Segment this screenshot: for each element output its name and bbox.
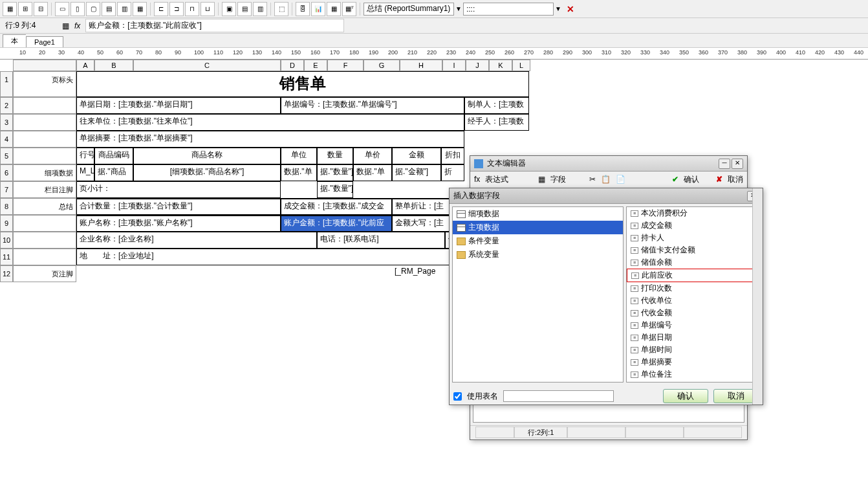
field-item[interactable]: ≡单据摘要 xyxy=(627,356,759,368)
row-5[interactable]: 5 xyxy=(0,148,13,164)
col-L[interactable]: L xyxy=(512,60,530,71)
col-G[interactable]: G xyxy=(363,60,400,71)
tb-btn-4[interactable]: ▭ xyxy=(55,2,69,16)
cell-r6-7[interactable]: 据."金额"] xyxy=(392,164,441,181)
col-C[interactable]: C xyxy=(133,60,281,71)
copy-icon[interactable]: 📋 xyxy=(601,175,611,184)
col-I[interactable]: I xyxy=(442,60,466,71)
field-item[interactable]: ≡储值余额 xyxy=(627,256,759,269)
cell-r6-2[interactable]: 据."商品 xyxy=(94,164,133,181)
tree-item-detail[interactable]: 细项数据 xyxy=(453,207,623,221)
tb-btn-3[interactable]: ⊟ xyxy=(34,2,48,16)
summary-combo[interactable]: 总结 (ReportSummary1) xyxy=(363,3,454,16)
field-item[interactable]: ≡持卡人 xyxy=(627,232,759,244)
title-cell[interactable]: 销售单 xyxy=(76,71,529,97)
cell-r7c2[interactable]: 据."数量"] xyxy=(317,181,353,198)
field-label[interactable]: 字段 xyxy=(550,174,566,185)
tb-btn-8[interactable]: ▥ xyxy=(117,2,131,16)
row-3[interactable]: 3 xyxy=(0,114,13,131)
row-7[interactable]: 7 xyxy=(0,181,13,198)
col-E[interactable]: E xyxy=(304,60,327,71)
cancel-label[interactable]: 取消 xyxy=(728,174,743,185)
tb-btn-14[interactable]: ▣ xyxy=(222,2,236,16)
field-item[interactable]: ≡单据时间 xyxy=(627,344,759,356)
tab-left[interactable]: 本 xyxy=(3,34,26,47)
field-item[interactable]: ≡此前应收 xyxy=(627,269,759,282)
cell-r5-2[interactable]: 商品编码 xyxy=(94,148,133,164)
tb-btn-15[interactable]: ▤ xyxy=(237,2,252,16)
cell-r5-3[interactable]: 商品名称 xyxy=(133,148,281,164)
cell-r2c3[interactable]: 制单人：[主项数 xyxy=(464,97,529,114)
small-combo[interactable]: :::: xyxy=(463,3,554,16)
field-item[interactable]: ≡单位备注 xyxy=(627,368,759,381)
row-6[interactable]: 6 xyxy=(0,164,13,181)
cell-r8c1[interactable]: 合计数量：[主项数据."合计数量"] xyxy=(76,198,281,215)
tree-item-sys[interactable]: 系统变量 xyxy=(453,248,623,261)
tb-btn-12[interactable]: ⊓ xyxy=(185,2,199,16)
cell-r11c1[interactable]: 地 址：[企业地址] xyxy=(76,249,464,265)
tb-btn-18[interactable]: 🗄 xyxy=(296,2,310,16)
tb-btn-6[interactable]: ▢ xyxy=(86,2,100,16)
col-B[interactable]: B xyxy=(94,60,133,71)
cell-r3c2[interactable]: 经手人：[主项数 xyxy=(464,114,529,131)
cell-r5-4[interactable]: 单位 xyxy=(281,148,317,164)
tb-btn-17[interactable]: ⬚ xyxy=(274,2,288,16)
row-8[interactable]: 8 xyxy=(0,198,13,215)
tb-btn-11[interactable]: ⊐ xyxy=(169,2,184,16)
col-K[interactable]: K xyxy=(489,60,512,71)
field-list[interactable]: ≡本次消费积分≡成交金额≡持卡人≡储值卡支付金额≡储值余额≡此前应收≡打印次数≡… xyxy=(626,206,760,383)
cell-r9c2-selected[interactable]: 账户金额：[主项数据."此前应 xyxy=(281,215,392,232)
row-10[interactable]: 10 xyxy=(0,232,13,249)
cell-r10c1[interactable]: 企业名称：[企业名称] xyxy=(76,232,317,249)
field-item[interactable]: ≡本次消费积分 xyxy=(627,207,759,219)
cell-r4c1[interactable]: 单据摘要：[主项数据."单据摘要"] xyxy=(76,131,464,148)
data-source-tree[interactable]: 细项数据 主项数据 条件变量 系统变量 xyxy=(452,206,624,383)
cell-r7c1[interactable]: 页小计： xyxy=(76,181,281,198)
tb-btn-1[interactable]: ▦ xyxy=(3,2,17,16)
tb-btn-19[interactable]: 📊 xyxy=(311,2,325,16)
cell-r5-8[interactable]: 折扣 xyxy=(441,148,464,164)
row-4[interactable]: 4 xyxy=(0,131,13,148)
tb-btn-21[interactable]: ▦ᵀ xyxy=(342,2,356,16)
insert-ok-button[interactable]: 确认 xyxy=(663,389,708,403)
minimize-icon[interactable]: ─ xyxy=(719,159,730,169)
tb-btn-10[interactable]: ⊏ xyxy=(154,2,168,16)
cell-r5-6[interactable]: 单价 xyxy=(353,148,392,164)
cell-r5-7[interactable]: 金额 xyxy=(392,148,441,164)
cell-r2c1[interactable]: 单据日期：[主项数据."单据日期"] xyxy=(76,97,281,114)
field-item[interactable]: ≡打印次数 xyxy=(627,282,759,294)
row-11[interactable]: 11 xyxy=(0,249,13,265)
formula-content[interactable]: 账户金额：[主项数据."此前应收"] xyxy=(85,19,344,32)
cell-r6-6[interactable]: 数据."单 xyxy=(353,164,392,181)
field-item[interactable]: ≡单位地址 xyxy=(627,381,759,383)
cell-r5-5[interactable]: 数量 xyxy=(317,148,353,164)
close-x-icon[interactable]: ✕ xyxy=(563,4,578,14)
tree-item-cond[interactable]: 条件变量 xyxy=(453,234,623,248)
tab-page1[interactable]: Page1 xyxy=(26,36,63,47)
cell-r6-5[interactable]: 据."数量"] xyxy=(317,164,353,181)
table-name-input[interactable] xyxy=(503,390,614,402)
paste-icon[interactable]: 📄 xyxy=(616,175,625,184)
row-9[interactable]: 9 xyxy=(0,215,13,232)
field-item[interactable]: ≡储值卡支付金额 xyxy=(627,244,759,256)
col-F[interactable]: F xyxy=(327,60,363,71)
cut-icon[interactable]: ✂ xyxy=(589,175,596,184)
tb-btn-9[interactable]: ▦ xyxy=(133,2,147,16)
col-D[interactable]: D xyxy=(281,60,304,71)
cell-r2c2[interactable]: 单据编号：[主项数据."单据编号"] xyxy=(281,97,464,114)
tb-btn-13[interactable]: ⊔ xyxy=(201,2,215,16)
cell-r3c1[interactable]: 往来单位：[主项数据."往来单位"] xyxy=(76,114,464,131)
cell-r6-1[interactable]: M_L xyxy=(76,164,94,181)
insert-dialog-titlebar[interactable]: 插入数据字段 ✕ xyxy=(450,188,763,204)
cell-r6-4[interactable]: 数据."单 xyxy=(281,164,317,181)
row-12[interactable]: 12 xyxy=(0,265,13,282)
tb-btn-7[interactable]: ▤ xyxy=(102,2,116,16)
tb-btn-2[interactable]: ⊞ xyxy=(18,2,32,16)
cell-r9c1[interactable]: 账户名称：[主项数据."账户名称"] xyxy=(76,215,281,232)
row-1[interactable]: 1 xyxy=(0,71,13,97)
tb-btn-5[interactable]: ▯ xyxy=(71,2,85,16)
row-2[interactable]: 2 xyxy=(0,97,13,114)
use-table-checkbox[interactable] xyxy=(453,392,462,401)
expr-label[interactable]: 表达式 xyxy=(485,174,508,185)
cell-r6-8[interactable]: 折 xyxy=(441,164,464,181)
